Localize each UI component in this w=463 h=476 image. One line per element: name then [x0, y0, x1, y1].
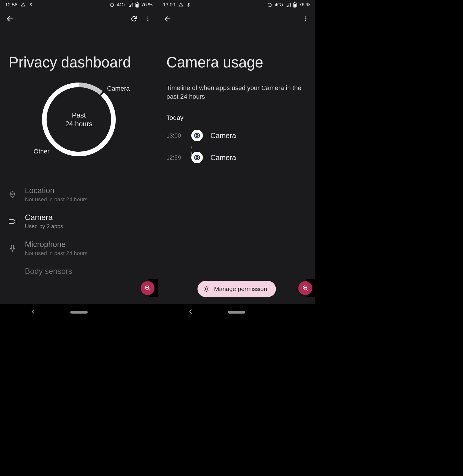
phone-privacy-dashboard: 12:58 4G+ 76 % Privac	[0, 0, 158, 304]
page-subtitle: Timeline of when apps used your Camera i…	[158, 71, 315, 101]
battery-icon	[135, 2, 139, 8]
perm-item-camera[interactable]: Camera Used by 2 apps	[0, 208, 158, 235]
status-bar: 13:00 4G+ 76 %	[158, 0, 315, 10]
svg-rect-12	[294, 2, 295, 3]
timeline: 13:00 Camera 12:59 Camera	[158, 125, 315, 169]
svg-point-7	[12, 193, 13, 195]
page-title: Camera usage	[158, 28, 315, 71]
donut-center-line1: Past	[72, 111, 86, 120]
perm-item-location[interactable]: Location Not used in past 24 hours	[0, 181, 158, 208]
perm-item-microphone[interactable]: Microphone Not used in past 24 hours	[0, 235, 158, 262]
svg-rect-2	[137, 2, 138, 3]
zoom-fab[interactable]	[141, 281, 155, 295]
overflow-menu-button[interactable]	[141, 12, 155, 26]
timeline-entry[interactable]: 13:00 Camera	[166, 125, 307, 147]
svg-point-15	[305, 18, 306, 19]
timeline-app: Camera	[210, 153, 236, 162]
timeline-entry[interactable]: 12:59 Camera	[166, 147, 307, 169]
donut-ring: Past 24 hours	[42, 83, 116, 156]
status-battery: 76 %	[141, 2, 153, 8]
back-button[interactable]	[3, 12, 17, 26]
zoom-fab[interactable]	[298, 281, 312, 295]
nav-back-icon[interactable]	[30, 309, 36, 316]
camera-icon	[9, 219, 16, 224]
svg-point-6	[147, 20, 148, 21]
svg-point-14	[305, 17, 306, 18]
overflow-menu-button[interactable]	[299, 12, 313, 26]
timeline-time: 12:59	[166, 154, 184, 161]
status-network: 4G+	[275, 2, 284, 8]
app-icon-camera	[191, 130, 203, 141]
dnd-icon	[267, 2, 272, 8]
phone-camera-usage: 13:00 4G+ 76 % Camera usage Timeline of	[158, 0, 315, 304]
perm-sub: Not used in past 24 hours	[25, 196, 88, 203]
mic-icon	[9, 245, 16, 252]
svg-rect-13	[294, 4, 296, 7]
app-icon-camera	[191, 152, 203, 163]
s-icon	[29, 3, 33, 7]
svg-rect-9	[11, 245, 14, 249]
perm-title: Microphone	[25, 240, 88, 249]
perm-title: Camera	[25, 213, 63, 222]
toolbar	[158, 10, 315, 28]
perm-item-body-sensors[interactable]: Body sensors	[0, 262, 158, 281]
drive-icon	[178, 2, 183, 8]
nav-back-icon[interactable]	[188, 309, 194, 316]
gear-icon	[203, 285, 210, 293]
donut-center-line2: 24 hours	[65, 120, 92, 128]
perm-title: Body sensors	[25, 267, 72, 276]
manage-permission-button[interactable]: Manage permission	[197, 281, 276, 297]
back-button[interactable]	[161, 12, 174, 26]
status-battery: 76 %	[299, 2, 310, 8]
svg-rect-8	[9, 219, 14, 224]
section-today: Today	[158, 101, 315, 125]
nav-home-pill[interactable]	[70, 311, 88, 314]
svg-point-16	[305, 20, 306, 21]
perm-sub: Used by 2 apps	[25, 223, 63, 230]
donut-center-label: Past 24 hours	[42, 83, 116, 156]
drive-icon	[21, 2, 26, 8]
s-icon	[186, 3, 191, 7]
system-nav-bar	[0, 304, 315, 320]
perm-sub: Not used in past 24 hours	[25, 250, 88, 257]
battery-icon	[293, 2, 297, 8]
signal-icon	[286, 3, 291, 7]
svg-point-5	[147, 18, 148, 19]
signal-icon	[128, 3, 133, 7]
permission-list: Location Not used in past 24 hours Camer…	[0, 181, 158, 281]
status-bar: 12:58 4G+ 76 %	[0, 0, 158, 10]
nav-home-pill[interactable]	[228, 311, 245, 314]
page-title: Privacy dashboard	[0, 28, 158, 71]
dnd-icon	[109, 2, 115, 8]
timeline-time: 13:00	[166, 132, 184, 139]
svg-rect-3	[136, 4, 138, 7]
manage-permission-label: Manage permission	[214, 285, 267, 292]
svg-point-4	[147, 17, 148, 18]
perm-title: Location	[25, 186, 88, 195]
toolbar	[0, 10, 158, 28]
svg-point-17	[205, 288, 207, 290]
status-time: 13:00	[163, 2, 175, 8]
status-network: 4G+	[117, 2, 126, 8]
timeline-app: Camera	[210, 131, 236, 140]
status-time: 12:58	[5, 2, 18, 8]
refresh-button[interactable]	[127, 12, 141, 26]
usage-donut-chart: Past 24 hours Camera Other	[0, 80, 158, 178]
screenshot-pair: 12:58 4G+ 76 % Privac	[0, 0, 315, 320]
location-icon	[9, 191, 16, 198]
